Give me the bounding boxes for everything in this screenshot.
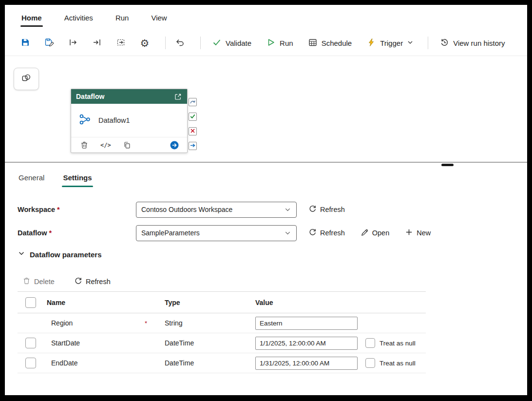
- history-clock-icon: [439, 38, 449, 49]
- menu-tab-run[interactable]: Run: [114, 12, 130, 24]
- param-name: StartDate: [51, 339, 80, 347]
- dataflow-activity-card[interactable]: Dataflow Dataflow1 </>: [71, 89, 188, 153]
- chevron-down-icon: [407, 39, 414, 47]
- table-header-row: Name Type Value: [18, 292, 426, 313]
- dataflow-row: Dataflow* SampleParameters Refresh Open: [5, 224, 433, 242]
- activities-float-button[interactable]: [14, 68, 39, 90]
- save-button[interactable]: [17, 34, 34, 52]
- treat-as-null-checkbox[interactable]: [365, 358, 375, 368]
- on-skip-port[interactable]: [189, 98, 197, 106]
- fit-view-icon: [116, 38, 126, 49]
- workspace-dropdown-value: Contoso Outdoors Workspace: [141, 206, 232, 213]
- plus-icon: [405, 228, 413, 238]
- validate-button[interactable]: Validate: [206, 34, 257, 52]
- trash-icon: [22, 277, 31, 286]
- param-name: EndDate: [51, 359, 77, 367]
- open-in-new-icon[interactable]: [174, 93, 182, 101]
- gear-icon: ⚙: [140, 38, 150, 48]
- treat-as-null-label: Treat as null: [380, 360, 416, 367]
- skip-arrow-icon: [190, 98, 196, 107]
- undo-button[interactable]: [171, 34, 189, 52]
- menu-tab-activities[interactable]: Activities: [63, 12, 94, 24]
- arrow-to-bar-icon: [92, 38, 102, 49]
- save-as-button[interactable]: [40, 34, 58, 52]
- dataflow-dropdown[interactable]: SampleParameters: [136, 225, 297, 241]
- validate-check-icon: [212, 38, 222, 49]
- code-view-icon[interactable]: </>: [100, 142, 111, 149]
- schedule-button[interactable]: Schedule: [302, 34, 358, 52]
- required-asterisk: *: [57, 206, 60, 213]
- refresh-icon: [74, 277, 82, 286]
- column-header-type: Type: [165, 299, 255, 306]
- required-asterisk: *: [145, 320, 147, 327]
- refresh-icon: [308, 228, 317, 238]
- settings-gear-button[interactable]: ⚙: [136, 34, 153, 52]
- next-step-arrow-icon[interactable]: [170, 141, 179, 150]
- param-type: String: [165, 319, 255, 327]
- treat-as-null-checkbox[interactable]: [365, 338, 375, 348]
- toolbar-separator: [428, 37, 428, 49]
- activity-output-ports: [189, 98, 197, 150]
- dataflow-parameters-section-toggle[interactable]: Dataflow parameters: [18, 249, 102, 259]
- run-play-icon: [266, 38, 276, 49]
- menubar: Home Activities Run View: [5, 5, 527, 30]
- arrow-from-bar-icon: [68, 38, 78, 49]
- trigger-label: Trigger: [380, 39, 403, 47]
- param-type: DateTime: [165, 359, 255, 367]
- trigger-button[interactable]: Trigger: [361, 34, 419, 52]
- success-check-icon: [190, 113, 196, 121]
- pipeline-editor-window: Home Activities Run View: [5, 5, 527, 395]
- dataflow-refresh-button[interactable]: Refresh: [306, 226, 347, 240]
- select-all-checkbox[interactable]: [25, 297, 36, 308]
- completion-arrow-icon: [190, 142, 196, 151]
- table-row: Region * String: [18, 313, 426, 333]
- dataflow-new-button[interactable]: New: [403, 226, 433, 240]
- on-success-port[interactable]: [189, 113, 197, 121]
- pipeline-canvas[interactable]: Dataflow Dataflow1 </>: [5, 56, 527, 163]
- row-select-checkbox[interactable]: [25, 338, 36, 348]
- arrow-from-bar-button[interactable]: [64, 34, 82, 52]
- workspace-refresh-button[interactable]: Refresh: [306, 203, 347, 216]
- chevron-down-icon: [284, 229, 291, 237]
- required-asterisk: *: [49, 229, 52, 237]
- save-icon: [20, 38, 30, 49]
- table-row: EndDate DateTime Treat as null: [18, 353, 426, 373]
- dataflow-open-label: Open: [372, 229, 389, 237]
- tab-settings[interactable]: Settings: [62, 172, 93, 187]
- copy-activity-icon[interactable]: [123, 141, 132, 150]
- row-select-checkbox[interactable]: [25, 358, 36, 368]
- param-value-input[interactable]: [255, 357, 358, 370]
- treat-as-null-label: Treat as null: [380, 340, 416, 347]
- menu-tab-home[interactable]: Home: [20, 12, 43, 24]
- parameters-refresh-button[interactable]: Refresh: [72, 275, 113, 288]
- param-value-input[interactable]: [255, 337, 358, 350]
- pencil-icon: [361, 228, 369, 238]
- save-as-icon: [44, 38, 54, 49]
- dataflow-label-text: Dataflow: [18, 229, 47, 237]
- tab-general[interactable]: General: [18, 172, 45, 187]
- fit-view-button[interactable]: [112, 34, 130, 52]
- on-completion-port[interactable]: [189, 142, 197, 150]
- dataflow-open-button[interactable]: Open: [359, 226, 391, 240]
- toolbar: ⚙ Validate Run Schedule: [5, 30, 527, 56]
- run-button[interactable]: Run: [260, 34, 299, 52]
- arrow-to-bar-button[interactable]: [88, 34, 106, 52]
- on-fail-port[interactable]: [189, 127, 197, 135]
- param-value-input[interactable]: [255, 317, 358, 330]
- config-tabs: General Settings: [18, 172, 93, 187]
- chevron-down-icon: [18, 249, 25, 259]
- view-run-history-button[interactable]: View run history: [434, 34, 511, 52]
- activity-name: Dataflow1: [98, 116, 130, 124]
- chevron-down-icon: [284, 206, 291, 213]
- dataflow-shape-icon: [21, 73, 32, 85]
- workspace-row: Workspace* Contoso Outdoors Workspace Re…: [5, 201, 347, 218]
- delete-activity-icon[interactable]: [80, 141, 89, 150]
- dataflow-label: Dataflow*: [5, 229, 136, 237]
- parameters-delete-button[interactable]: Delete: [20, 275, 57, 288]
- refresh-icon: [308, 205, 317, 214]
- dataflow-refresh-label: Refresh: [320, 229, 345, 237]
- menu-tab-view[interactable]: View: [150, 12, 168, 24]
- horizontal-scrollbar-thumb[interactable]: [441, 164, 454, 166]
- workspace-dropdown[interactable]: Contoso Outdoors Workspace: [136, 202, 297, 218]
- dataflow-new-label: New: [417, 229, 431, 237]
